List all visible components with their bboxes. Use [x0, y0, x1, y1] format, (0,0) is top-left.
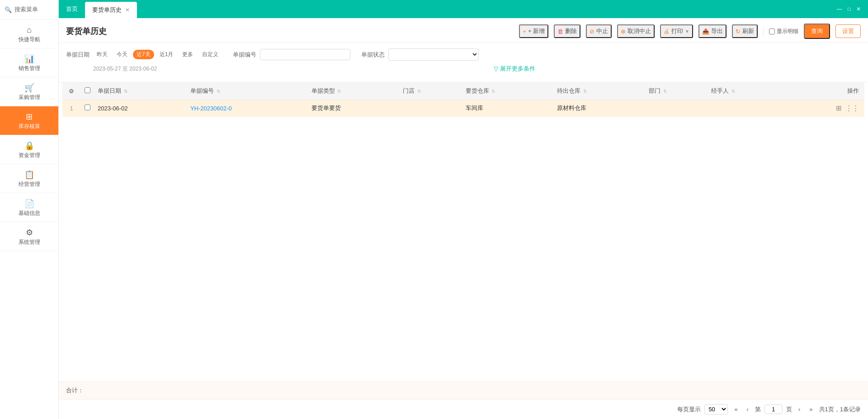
- page-label-after: 页: [786, 405, 792, 414]
- data-table: ⚙ 单据日期 ⇅ 单据编号 ⇅: [62, 82, 864, 117]
- sidebar-item-finance[interactable]: 🔒 资金管理: [0, 135, 58, 164]
- sidebar-item-inventory[interactable]: ⊞ 库存核算: [0, 106, 58, 135]
- export-button[interactable]: 📤 导出: [698, 24, 726, 38]
- suspend-icon: ⊘: [590, 28, 594, 35]
- new-label: + 新增: [528, 27, 545, 35]
- toolbar: + + 新增 🗑 删除 ⊘ 中止 ⊗ 取消中止 🖨 打印: [519, 24, 861, 39]
- row-checkbox[interactable]: [85, 105, 90, 110]
- suspend-button[interactable]: ⊘ 中止: [586, 24, 612, 38]
- first-page-btn[interactable]: «: [731, 405, 740, 414]
- window-close-btn[interactable]: ✕: [856, 6, 861, 12]
- col-settings[interactable]: ⚙: [62, 82, 80, 100]
- page-size-select[interactable]: 50 10 20 100: [704, 404, 728, 414]
- doc-number-filter: 单据编号: [233, 49, 350, 60]
- sidebar-item-system[interactable]: ⚙ 系统管理: [0, 222, 58, 251]
- doc-number-label: 单据编号: [233, 51, 256, 59]
- tab-requisition-label: 要货单历史: [92, 6, 122, 14]
- date-btn-more[interactable]: 更多: [179, 50, 197, 59]
- sidebar-item-purchase[interactable]: 🛒 采购管理: [0, 77, 58, 106]
- action-buttons: ⊞ ⋮⋮: [788, 104, 859, 112]
- settings-button[interactable]: 设置: [835, 24, 861, 38]
- current-page-input[interactable]: [764, 405, 783, 414]
- row-doc-date: 2023-06-02: [94, 100, 187, 117]
- footer-total-label: 合计：: [66, 386, 84, 395]
- sidebar-item-quick-nav[interactable]: ⌂ 快捷导航: [0, 19, 58, 48]
- purchase-icon: 🛒: [24, 84, 34, 92]
- sidebar-item-label: 资金管理: [19, 152, 40, 159]
- row-department: [645, 100, 708, 117]
- sort-icon-department[interactable]: ⇅: [663, 89, 667, 94]
- table-container: ⚙ 单据日期 ⇅ 单据编号 ⇅: [59, 82, 868, 381]
- page-header: 要货单历史 + + 新增 🗑 删除 ⊘ 中止 ⊗ 取消中止: [59, 18, 868, 43]
- print-dropdown-icon: ▼: [685, 29, 689, 34]
- row-store: [399, 100, 462, 117]
- col-doc-date: 单据日期 ⇅: [94, 82, 187, 100]
- cancel-suspend-icon: ⊗: [621, 28, 626, 35]
- finance-icon: 🔒: [24, 142, 34, 150]
- page-label-before: 第: [755, 405, 761, 414]
- select-all-checkbox[interactable]: [85, 87, 90, 93]
- display-detail-checkbox[interactable]: [769, 29, 775, 34]
- query-button[interactable]: 查询: [804, 24, 830, 39]
- window-minimize-btn[interactable]: —: [837, 6, 842, 12]
- print-icon: 🖨: [664, 28, 670, 35]
- inventory-icon: ⊞: [26, 113, 33, 121]
- sidebar-item-sales[interactable]: 📊 销售管理: [0, 48, 58, 77]
- refresh-icon: ↻: [736, 28, 741, 35]
- col-doc-number-label: 单据编号: [190, 87, 214, 94]
- sort-icon-doc-date[interactable]: ⇅: [124, 89, 127, 94]
- sort-icon-doc-number[interactable]: ⇅: [217, 89, 220, 94]
- filter-area: 单据日期 昨天 今天 近7天 近1月 更多 自定义 单据编号: [59, 43, 868, 82]
- row-doc-number[interactable]: YH-20230602-0: [187, 100, 308, 117]
- tab-requisition-history[interactable]: 要货单历史 ✕: [85, 2, 137, 18]
- sort-icon-store[interactable]: ⇅: [417, 89, 421, 94]
- doc-status-select[interactable]: [388, 48, 479, 61]
- date-btn-7days[interactable]: 近7天: [133, 50, 154, 59]
- sidebar-search[interactable]: 🔍 搜索菜单: [0, 0, 58, 19]
- sidebar-item-label: 快捷导航: [19, 36, 40, 43]
- sort-icon-doc-type[interactable]: ⇅: [337, 89, 341, 94]
- col-settings-icon[interactable]: ⚙: [69, 88, 74, 95]
- tab-home[interactable]: 首页: [59, 0, 85, 18]
- delete-button[interactable]: 🗑 删除: [554, 24, 580, 38]
- next-page-btn[interactable]: ›: [796, 405, 803, 414]
- sidebar-item-operations[interactable]: 📋 经营管理: [0, 164, 58, 193]
- col-store-label: 门店: [403, 87, 415, 94]
- row-checkbox-cell: [80, 100, 94, 117]
- page-title: 要货单历史: [66, 26, 107, 37]
- expand-more-btn[interactable]: ▽ 展开更多条件: [494, 65, 535, 73]
- display-detail-toggle[interactable]: 显示明细: [769, 28, 798, 35]
- date-btn-1month[interactable]: 近1月: [156, 50, 177, 59]
- settings-label: 设置: [842, 27, 854, 35]
- date-btn-yesterday[interactable]: 昨天: [93, 50, 111, 59]
- window-maximize-btn[interactable]: □: [848, 6, 851, 12]
- print-button[interactable]: 🖨 打印 ▼: [660, 24, 693, 38]
- sort-icon-pending-warehouse[interactable]: ⇅: [583, 89, 587, 94]
- date-btn-custom[interactable]: 自定义: [198, 50, 222, 59]
- cancel-suspend-button[interactable]: ⊗ 取消中止: [617, 24, 655, 38]
- date-btn-today[interactable]: 今天: [113, 50, 131, 59]
- col-operations-label: 操作: [847, 87, 859, 94]
- last-page-btn[interactable]: »: [807, 405, 815, 414]
- sidebar-item-label: 销售管理: [19, 65, 40, 72]
- sort-icon-handler[interactable]: ⇅: [731, 89, 735, 94]
- doc-number-input[interactable]: [260, 49, 350, 60]
- new-icon: +: [523, 28, 526, 35]
- tab-close-icon[interactable]: ✕: [125, 7, 130, 13]
- prev-page-btn[interactable]: ‹: [744, 405, 751, 414]
- row-more-btn[interactable]: ⋮⋮: [845, 104, 859, 112]
- row-num: 1: [62, 100, 80, 117]
- print-label: 打印: [671, 27, 683, 35]
- sidebar-search-label: 搜索菜单: [14, 5, 38, 14]
- refresh-button[interactable]: ↻ 刷新: [732, 24, 758, 38]
- row-view-btn[interactable]: ⊞: [836, 104, 842, 112]
- pagination-bar: 每页显示 50 10 20 100 « ‹ 第 页 › » 共1页，1条记录: [59, 399, 868, 419]
- sidebar-item-basic-info[interactable]: 📄 基础信息: [0, 193, 58, 222]
- doc-date-filter: 单据日期 昨天 今天 近7天 近1月 更多 自定义: [66, 50, 222, 59]
- delete-icon: 🗑: [557, 28, 563, 35]
- new-button[interactable]: + + 新增: [519, 24, 548, 38]
- sidebar-item-label: 经营管理: [19, 181, 40, 188]
- operations-icon: 📋: [24, 171, 34, 179]
- sort-icon-req-warehouse[interactable]: ⇅: [491, 89, 495, 94]
- date-shortcuts: 昨天 今天 近7天 近1月 更多 自定义: [93, 50, 222, 59]
